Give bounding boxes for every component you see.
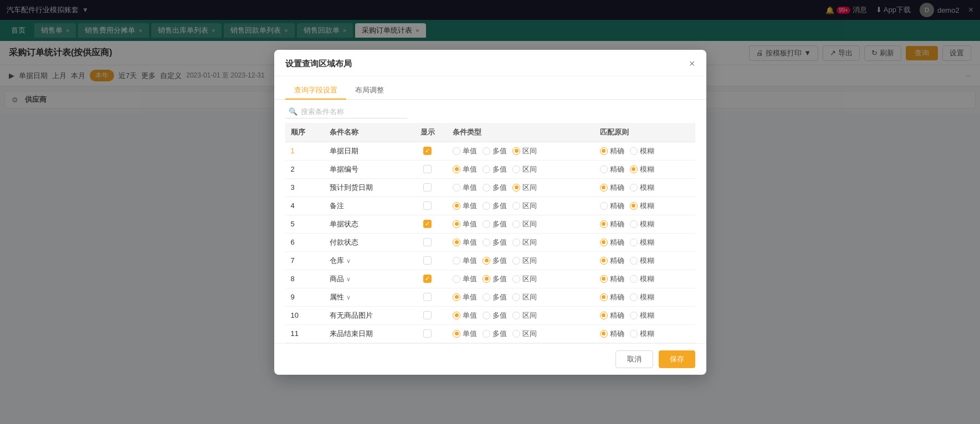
modal-tab-query[interactable]: 查询字段设置 xyxy=(285,82,346,100)
settings-modal: 设置查询区域布局 × 查询字段设置 布局调整 🔍 顺序 xyxy=(274,50,706,113)
search-box: 🔍 xyxy=(285,105,407,113)
modal-header: 设置查询区域布局 × xyxy=(274,50,706,76)
modal-tabs: 查询字段设置 布局调整 xyxy=(274,76,706,100)
modal-close-btn[interactable]: × xyxy=(689,59,695,69)
modal-search-area: 🔍 xyxy=(274,100,706,113)
search-icon: 🔍 xyxy=(289,107,297,113)
modal-tab-layout[interactable]: 布局调整 xyxy=(346,82,393,100)
modal-tab-layout-label: 布局调整 xyxy=(355,86,384,94)
modal-title: 设置查询区域布局 xyxy=(285,59,352,69)
search-input[interactable] xyxy=(301,107,401,113)
modal-tab-query-label: 查询字段设置 xyxy=(294,86,337,94)
modal-overlay: 设置查询区域布局 × 查询字段设置 布局调整 🔍 顺序 xyxy=(0,0,980,113)
